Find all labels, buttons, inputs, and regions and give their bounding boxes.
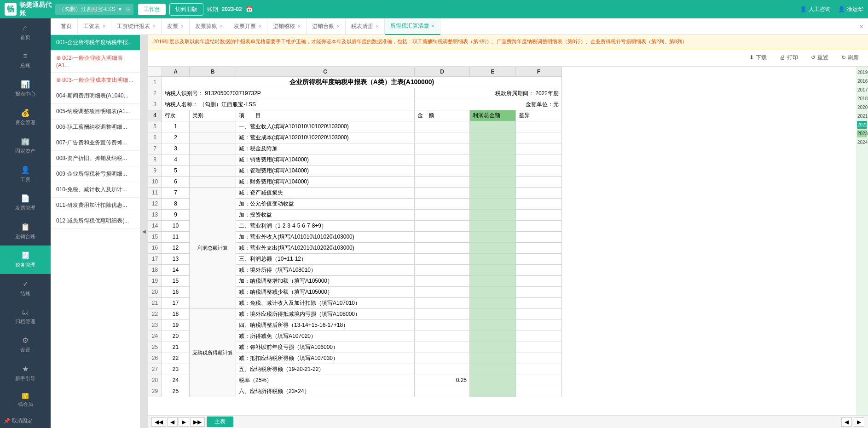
year-item-2019[interactable]: 2019	[857, 68, 867, 76]
print-button[interactable]: 🖨 打印	[776, 52, 802, 63]
diff-cell	[516, 220, 562, 231]
left-panel-item-006[interactable]: 006-职工薪酬纳税调整明细...	[51, 120, 140, 135]
profit-cell	[470, 364, 516, 375]
item-cell: 三、利润总额（10+11-12）	[236, 253, 415, 264]
amount-cell	[415, 331, 470, 342]
close-icon[interactable]: ×	[181, 24, 184, 29]
table-row: 3 纳税人名称： （勾删）江西服宝-LSS 金额单位：元	[148, 99, 562, 110]
row-number: 27	[148, 364, 162, 375]
tab-payroll-stats[interactable]: 工资统计报表 ×	[111, 18, 162, 35]
sidebar-item-home[interactable]: ⌂ 首页	[0, 18, 51, 46]
collapse-panel-button[interactable]: ◀	[140, 35, 148, 428]
diff-cell	[516, 275, 562, 286]
year-item-2023[interactable]: 2023	[857, 130, 867, 137]
left-panel-item-003[interactable]: 003-一般企业成本支出明细...	[51, 73, 140, 88]
close-icon[interactable]: ×	[103, 24, 105, 29]
calendar-icon[interactable]: 📅	[246, 6, 253, 12]
left-panel-item-004[interactable]: 004-期间费用明细表(A1040...	[51, 88, 140, 104]
tab-income-tax[interactable]: 所得税汇算清缴 ×	[385, 18, 440, 35]
tab-home[interactable]: 首页	[55, 18, 78, 35]
profit-cell	[470, 176, 516, 187]
scroll-left-button[interactable]: ◀	[841, 417, 852, 427]
close-icon[interactable]: ×	[259, 24, 261, 29]
year-item-2021[interactable]: 2021	[857, 112, 867, 120]
diff-cell	[516, 297, 562, 308]
sheet-nav-left[interactable]: ◀	[167, 417, 178, 427]
user-icon: 👤	[838, 6, 845, 12]
period-value: 2023-02	[222, 6, 242, 12]
row-number: 29	[148, 386, 162, 397]
reset-icon: ↺	[811, 54, 816, 61]
left-panel-item-008[interactable]: 008-资产折旧、摊销及纳税...	[51, 151, 140, 166]
sheet-nav-next[interactable]: ▶▶	[190, 417, 205, 427]
col-header-rownum: 4	[148, 110, 162, 121]
sidebar-item-ledger[interactable]: ≡ 总账	[0, 46, 51, 74]
tab-sales-ledger[interactable]: 进销台账 ×	[307, 18, 346, 35]
tab-sales-audit[interactable]: 进销稽核 ×	[267, 18, 307, 35]
left-panel-item-001[interactable]: 001-企业所得税年度纳税申报...	[51, 35, 140, 51]
scroll-right-button[interactable]: ▶	[854, 417, 864, 427]
spreadsheet-container[interactable]: A B C D E F 1 企业所得税年度纳税申报表（A类）主表(A100000…	[148, 67, 856, 415]
year-item-2016[interactable]: 2016	[857, 77, 867, 85]
left-panel-item-012[interactable]: 012-减免所得税优惠明细表(...	[51, 213, 140, 229]
left-panel-item-009[interactable]: 009-企业所得税补亏损明细...	[51, 166, 140, 182]
amount-unit-cell: 金额单位：元	[415, 99, 562, 110]
user-info[interactable]: 👤 徐运华	[838, 6, 863, 13]
close-icon[interactable]: ×	[220, 24, 223, 29]
year-item-2017[interactable]: 2017	[857, 86, 867, 94]
close-icon[interactable]: ×	[337, 24, 340, 29]
year-item-2022[interactable]: 2022	[857, 121, 867, 129]
left-panel-item-007[interactable]: 007-广告费和业务宣传费摊...	[51, 135, 140, 151]
close-icon[interactable]: ×	[153, 24, 156, 29]
left-panel-item-002[interactable]: 002-一般企业收入明细表(A1...	[51, 51, 140, 73]
sidebar-item-payroll[interactable]: 👤 工资	[0, 160, 51, 188]
workspace-button[interactable]: 工作台	[138, 4, 166, 15]
sidebar-item-archive[interactable]: 🗂 归档管理	[0, 302, 51, 331]
pin-button[interactable]: 📌 取消固定	[0, 414, 51, 428]
profit-cell	[470, 165, 516, 176]
left-panel-item-010[interactable]: 010-免税、减计收入及加计...	[51, 182, 140, 198]
col-header-c: C	[236, 67, 415, 76]
close-icon[interactable]: ×	[298, 24, 301, 29]
download-button[interactable]: ⬇ 下载	[746, 52, 770, 63]
service-icon: 👤	[800, 6, 807, 12]
left-panel-item-011[interactable]: 011-研发费用加计扣除优惠...	[51, 198, 140, 213]
sheet-nav-prev[interactable]: ◀◀	[151, 417, 166, 427]
cutover-button[interactable]: 切到旧版	[169, 3, 203, 16]
sidebar-item-sales-ledger[interactable]: 📋 进销台账	[0, 217, 51, 245]
sidebar-item-guide[interactable]: ★ 新手引导	[0, 359, 51, 388]
tab-invoice-open[interactable]: 发票开票 ×	[228, 18, 267, 35]
company-selector[interactable]: （勾删）江西服宝-LSS ▼ ⎘	[55, 4, 133, 15]
refresh-button[interactable]: ↻ 刷新	[838, 52, 862, 63]
profit-cell	[470, 198, 516, 209]
customer-service[interactable]: 👤 人工咨询	[800, 6, 831, 13]
line-cell: 17	[162, 297, 190, 308]
left-panel-item-005[interactable]: 005-纳税调整项目明细表(A1...	[51, 104, 140, 120]
close-icon[interactable]: ×	[376, 24, 379, 29]
year-item-2020[interactable]: 2020	[857, 103, 867, 111]
sidebar-item-report[interactable]: 📊 报表中心	[0, 74, 51, 103]
table-row: 84减：销售费用(填写A104000)	[148, 154, 562, 165]
sidebar-item-settlement[interactable]: ✓ 结账	[0, 274, 51, 302]
sidebar-item-fixed-assets[interactable]: 🏢 固定资产	[0, 131, 51, 160]
sidebar-item-asset-mgmt[interactable]: 💰 资金管理	[0, 103, 51, 131]
sidebar-item-settings[interactable]: ⚙ 设置	[0, 331, 51, 359]
amount-cell: 0.25	[415, 375, 470, 386]
tab-tax-list[interactable]: 税表清册 ×	[346, 18, 385, 35]
tab-invoice[interactable]: 发票 ×	[162, 18, 190, 35]
sheet-nav-right[interactable]: ▶	[179, 417, 189, 427]
sidebar-item-member[interactable]: V 畅会员	[0, 388, 51, 413]
sheet-tab-main[interactable]: 主表	[207, 417, 233, 427]
sidebar-item-invoice[interactable]: 📄 发票管理	[0, 188, 51, 217]
tab-payroll[interactable]: 工资表 ×	[78, 18, 111, 35]
close-all-tabs[interactable]: ×	[860, 23, 863, 30]
table-header-row: 4 行次 类别 项 目 金 额 利润总金额 差异	[148, 110, 562, 121]
tab-invoice-calc[interactable]: 发票算账 ×	[190, 18, 229, 35]
year-item-2018[interactable]: 2018	[857, 95, 867, 103]
reset-button[interactable]: ↺ 重置	[807, 52, 832, 63]
year-item-2024[interactable]: 2024	[857, 138, 867, 146]
sidebar-item-tax-mgmt[interactable]: 🧾 税务管理	[0, 245, 51, 274]
line-cell: 22	[162, 353, 190, 364]
close-icon[interactable]: ×	[432, 23, 434, 29]
col-header-e: E	[470, 67, 516, 76]
